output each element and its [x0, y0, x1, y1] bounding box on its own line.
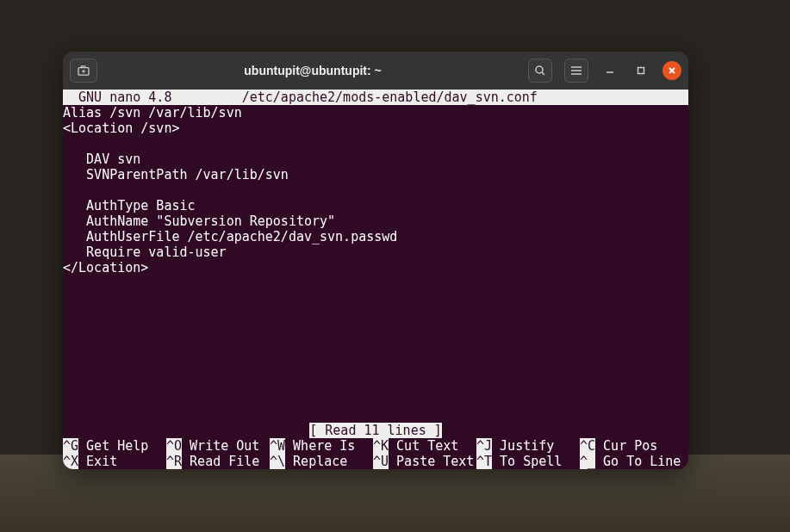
- shortcut-label: Write Out: [182, 438, 267, 454]
- shortcut-cur-pos: ^C Cur Pos: [580, 438, 683, 454]
- nano-filename: /etc/apache2/mods-enabled/dav_svn.conf: [242, 90, 538, 105]
- search-button[interactable]: [528, 59, 552, 83]
- shortcut-key: ^G: [63, 438, 78, 454]
- shortcut-cut-text: ^K Cut Text: [373, 438, 476, 454]
- close-button[interactable]: [662, 61, 681, 80]
- nano-editor-content[interactable]: Alias /svn /var/lib/svn <Location /svn> …: [63, 105, 688, 275]
- shortcut-to-spell: ^T To Spell: [476, 454, 580, 469]
- shortcut-label: Cur Pos: [595, 438, 657, 454]
- nano-status-text: [ Read 11 lines ]: [309, 423, 442, 438]
- shortcut-row-1: ^G Get Help ^O Write Out ^W Where Is ^K …: [63, 438, 688, 454]
- shortcut-key: ^W: [270, 438, 285, 454]
- maximize-icon: [637, 66, 645, 75]
- new-tab-button[interactable]: [70, 59, 97, 83]
- shortcut-get-help: ^G Get Help: [63, 438, 166, 454]
- terminal-body[interactable]: GNU nano 4.8 /etc/apache2/mods-enabled/d…: [63, 90, 688, 469]
- shortcut-key: ^U: [373, 454, 389, 469]
- nano-status-bar: [ Read 11 lines ]: [63, 423, 688, 438]
- shortcut-exit: ^X Exit: [63, 454, 166, 469]
- shortcut-label: Paste Text: [389, 454, 474, 469]
- shortcut-write-out: ^O Write Out: [166, 438, 270, 454]
- menu-button[interactable]: [564, 59, 588, 83]
- shortcut-label: Justify: [492, 438, 577, 454]
- shortcut-key: ^T: [476, 454, 492, 469]
- shortcut-key: ^J: [476, 438, 492, 454]
- shortcut-label: Get Help: [78, 438, 164, 454]
- nano-version: GNU nano 4.8: [63, 90, 171, 105]
- shortcut-justify: ^J Justify: [476, 438, 580, 454]
- shortcut-label: Where Is: [285, 438, 370, 454]
- minimize-button[interactable]: [600, 61, 619, 80]
- shortcut-key: ^O: [166, 438, 182, 454]
- hamburger-icon: [570, 65, 582, 76]
- terminal-window: ubuntupit@ubuntupit: ~: [63, 52, 688, 469]
- minimize-icon: [606, 66, 614, 75]
- shortcut-where-is: ^W Where Is: [270, 438, 373, 454]
- shortcut-key: ^K: [373, 438, 389, 454]
- shortcut-key: ^C: [580, 438, 595, 454]
- shortcut-key: ^_: [580, 454, 595, 469]
- maximize-button[interactable]: [631, 61, 650, 80]
- svg-rect-2: [638, 68, 644, 74]
- shortcut-label: Replace: [285, 454, 370, 469]
- nano-header: GNU nano 4.8 /etc/apache2/mods-enabled/d…: [63, 90, 688, 105]
- shortcut-key: ^\: [270, 454, 285, 469]
- nano-header-spacer: [171, 90, 241, 105]
- nano-shortcuts: ^G Get Help ^O Write Out ^W Where Is ^K …: [63, 438, 688, 469]
- close-icon: [668, 66, 676, 75]
- shortcut-row-2: ^X Exit ^R Read File ^\ Replace ^U Paste…: [63, 454, 688, 469]
- search-icon: [534, 65, 546, 77]
- shortcut-key: ^R: [166, 454, 182, 469]
- shortcut-label: Read File: [182, 454, 267, 469]
- shortcut-label: Exit: [78, 454, 164, 469]
- titlebar[interactable]: ubuntupit@ubuntupit: ~: [63, 52, 688, 90]
- svg-point-1: [536, 66, 543, 73]
- shortcut-label: Cut Text: [389, 438, 474, 454]
- shortcut-label: To Spell: [492, 454, 577, 469]
- shortcut-paste-text: ^U Paste Text: [373, 454, 476, 469]
- shortcut-label: Go To Line: [595, 454, 681, 469]
- shortcut-replace: ^\ Replace: [270, 454, 373, 469]
- titlebar-controls: [528, 59, 681, 83]
- shortcut-read-file: ^R Read File: [166, 454, 270, 469]
- shortcut-go-to-line: ^_ Go To Line: [580, 454, 683, 469]
- tab-icon: [78, 65, 90, 76]
- window-title: ubuntupit@ubuntupit: ~: [104, 64, 521, 77]
